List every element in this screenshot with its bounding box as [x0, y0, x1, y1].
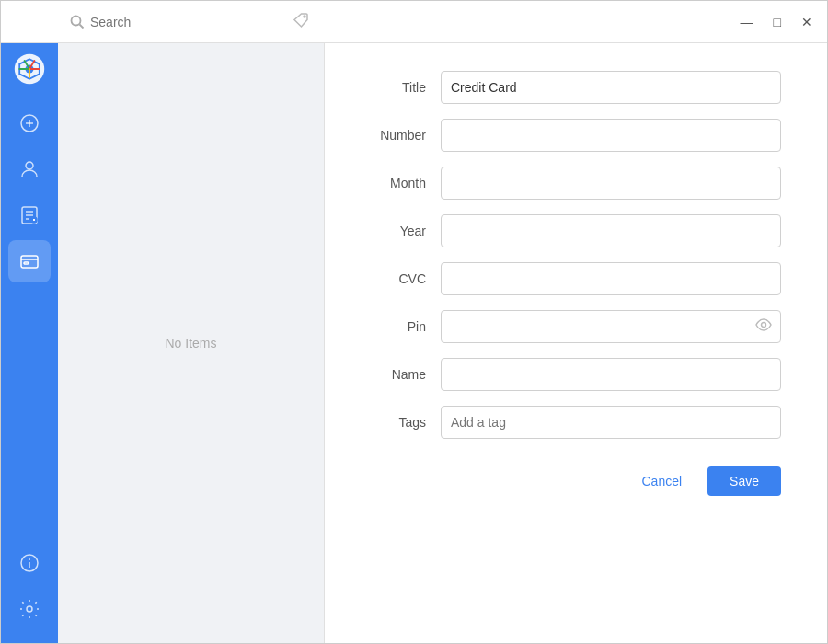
save-button[interactable]: Save — [707, 466, 781, 496]
search-icon — [70, 15, 85, 29]
minimize-button[interactable]: — — [737, 14, 757, 30]
input-tags[interactable] — [441, 406, 781, 439]
eye-icon[interactable] — [755, 316, 772, 337]
svg-point-23 — [762, 323, 766, 328]
svg-point-8 — [26, 162, 33, 169]
content-area: No Items Title Number Month — [58, 43, 827, 643]
svg-point-2 — [304, 16, 305, 17]
input-cvc[interactable] — [441, 262, 781, 295]
label-number: Number — [352, 128, 426, 143]
form-row-year: Year — [352, 214, 781, 247]
app-window: — □ ✕ — [1, 1, 827, 643]
input-title[interactable] — [441, 71, 781, 104]
sidebar-item-settings[interactable] — [8, 588, 51, 630]
form-actions: Cancel Save — [352, 466, 781, 496]
cancel-button[interactable]: Cancel — [627, 466, 696, 496]
sidebar-item-info[interactable] — [8, 542, 51, 584]
sidebar — [1, 43, 58, 643]
sidebar-item-credit-cards[interactable] — [8, 240, 51, 282]
label-tags: Tags — [352, 415, 426, 430]
input-number[interactable] — [441, 119, 781, 152]
maximize-button[interactable]: □ — [770, 14, 785, 30]
title-bar: — □ ✕ — [1, 1, 827, 43]
label-name: Name — [352, 367, 426, 382]
input-name[interactable] — [441, 358, 781, 391]
label-year: Year — [352, 224, 426, 238]
search-input[interactable] — [90, 15, 274, 29]
svg-line-1 — [80, 24, 84, 28]
sidebar-item-secure-notes[interactable] — [8, 194, 51, 236]
close-button[interactable]: ✕ — [798, 14, 816, 30]
form-row-number: Number — [352, 119, 781, 152]
app-logo[interactable] — [13, 52, 46, 98]
no-items-text: No Items — [165, 336, 216, 351]
sidebar-nav — [8, 102, 51, 542]
form-row-title: Title — [352, 71, 781, 104]
sidebar-item-identity[interactable] — [8, 148, 51, 190]
svg-point-21 — [29, 559, 30, 560]
svg-point-22 — [27, 606, 32, 612]
pin-input-wrapper — [441, 310, 781, 343]
window-controls: — □ ✕ — [737, 14, 816, 30]
input-month[interactable] — [441, 167, 781, 200]
svg-rect-18 — [24, 262, 29, 264]
search-area — [70, 12, 737, 32]
sidebar-bottom — [8, 542, 51, 643]
form-row-month: Month — [352, 167, 781, 200]
list-panel: No Items — [58, 43, 325, 643]
main-layout: No Items Title Number Month — [1, 43, 827, 643]
sidebar-item-add[interactable] — [8, 102, 51, 144]
form-row-name: Name — [352, 358, 781, 391]
label-cvc: CVC — [352, 271, 426, 286]
input-pin[interactable] — [441, 310, 781, 343]
input-year[interactable] — [441, 214, 781, 247]
svg-rect-16 — [21, 256, 38, 268]
form-row-tags: Tags — [352, 406, 781, 439]
form-row-cvc: CVC — [352, 262, 781, 295]
label-title: Title — [352, 80, 426, 95]
svg-point-0 — [72, 16, 81, 25]
form-row-pin: Pin — [352, 310, 781, 343]
label-month: Month — [352, 176, 426, 190]
label-pin: Pin — [352, 319, 426, 334]
form-panel: Title Number Month Year — [325, 43, 827, 643]
tag-icon[interactable] — [293, 12, 309, 32]
